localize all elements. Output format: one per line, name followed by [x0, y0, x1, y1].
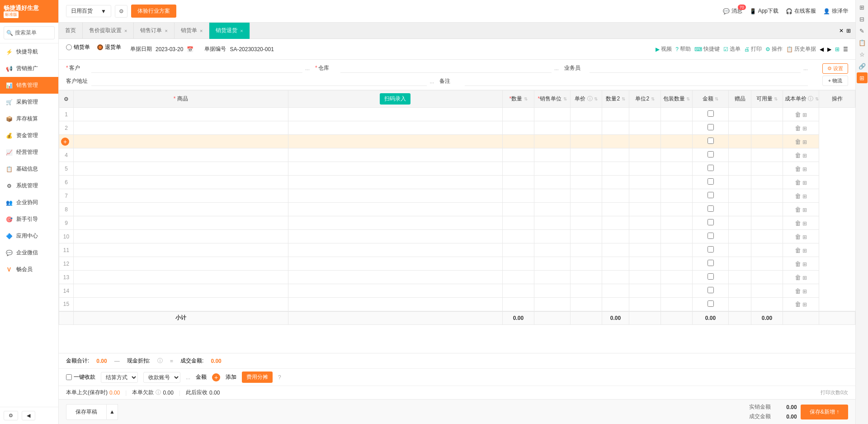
available-cell[interactable]	[729, 162, 751, 176]
gift-checkbox-cell[interactable]	[693, 203, 729, 216]
pack-cell[interactable]	[629, 162, 661, 176]
online-service-button[interactable]: 🎧 在线客服	[786, 7, 816, 15]
unit2-cell[interactable]	[602, 121, 629, 135]
qty2-cell[interactable]	[571, 284, 602, 298]
return-type-radio[interactable]: 退货单	[97, 43, 121, 51]
delete-row-button[interactable]: 🗑	[795, 165, 801, 172]
price-cell[interactable]	[534, 216, 571, 230]
copy-row-button[interactable]: ⊞	[802, 207, 807, 213]
copy-row-button[interactable]: ⊞	[802, 112, 807, 118]
gift-checkbox[interactable]	[708, 260, 714, 266]
unit2-cell[interactable]	[602, 257, 629, 271]
qty2-cell[interactable]	[571, 162, 602, 176]
tab-home[interactable]: 首页	[59, 23, 83, 39]
copy-row-button[interactable]: ⊞	[802, 139, 807, 145]
qty2-cell[interactable]	[571, 216, 602, 230]
available-cell[interactable]	[729, 298, 751, 311]
amount-cell[interactable]	[661, 284, 693, 298]
pack-cell[interactable]	[629, 108, 661, 121]
available-cell[interactable]	[729, 257, 751, 271]
topbar-gear-button[interactable]: ⚙	[115, 5, 127, 18]
cost-cell[interactable]	[751, 216, 783, 230]
qty-cell[interactable]	[288, 257, 503, 271]
cost-cell[interactable]	[751, 243, 783, 257]
unit2-cell[interactable]	[602, 108, 629, 121]
gift-checkbox[interactable]	[708, 233, 714, 239]
product-cell[interactable]	[74, 203, 288, 216]
unit2-cell[interactable]	[602, 162, 629, 176]
logistics-button[interactable]: + 物流	[822, 76, 848, 86]
grid-view-button[interactable]: ⊞	[835, 46, 840, 52]
unit-cell[interactable]	[503, 135, 534, 148]
price-cell[interactable]	[534, 162, 571, 176]
message-button[interactable]: 💬 消息 70	[723, 7, 742, 15]
gift-checkbox-cell[interactable]	[693, 148, 729, 162]
amount-cell[interactable]	[661, 121, 693, 135]
app-download-button[interactable]: 📱 App下载	[750, 7, 778, 15]
gift-checkbox-cell[interactable]	[693, 176, 729, 189]
gift-checkbox-cell[interactable]	[693, 135, 729, 148]
price-cell[interactable]	[534, 298, 571, 311]
fee-help-icon[interactable]: ?	[278, 374, 281, 381]
available-cell[interactable]	[729, 189, 751, 203]
product-cell[interactable]	[74, 162, 288, 176]
qty-cell[interactable]	[288, 230, 503, 243]
gift-checkbox-cell[interactable]	[693, 284, 729, 298]
right-panel-icon-3[interactable]: ✎	[857, 25, 868, 36]
cost-cell[interactable]	[751, 271, 783, 284]
tab-sales-order[interactable]: 销售订单 ×	[134, 23, 174, 39]
delete-row-button[interactable]: 🗑	[795, 300, 801, 308]
copy-row-button[interactable]: ⊞	[802, 275, 807, 281]
delete-row-button[interactable]: 🗑	[795, 192, 801, 200]
product-input[interactable]	[74, 137, 288, 147]
amount-sort-icon[interactable]: ⇅	[715, 96, 718, 101]
add-payment-button[interactable]: +	[212, 373, 220, 381]
gift-checkbox[interactable]	[708, 178, 714, 185]
price-cell[interactable]	[534, 121, 571, 135]
salesperson-select-button[interactable]: ...	[803, 65, 808, 71]
search-menu-button[interactable]: 🔍 搜索菜单	[4, 26, 55, 39]
available-cell[interactable]	[729, 243, 751, 257]
copy-row-button[interactable]: ⊞	[802, 248, 807, 254]
daily-category-select[interactable]: 日用百货 ▼	[66, 5, 111, 17]
qty2-cell[interactable]	[571, 189, 602, 203]
video-button[interactable]: ▶ 视频	[656, 45, 672, 53]
gift-checkbox[interactable]	[708, 300, 714, 307]
tab-close-icon[interactable]: ×	[165, 28, 167, 33]
pack-cell[interactable]	[629, 148, 661, 162]
copy-row-button[interactable]: ⊞	[802, 152, 807, 159]
gift-checkbox-cell[interactable]	[693, 162, 729, 176]
amount-cell[interactable]	[661, 189, 693, 203]
amount-cell[interactable]	[661, 176, 693, 189]
unit2-cell[interactable]	[602, 189, 629, 203]
amount-cell[interactable]	[661, 108, 693, 121]
unit2-cell[interactable]	[602, 148, 629, 162]
qty2-cell[interactable]	[571, 108, 602, 121]
gift-checkbox-cell[interactable]	[693, 243, 729, 257]
sidebar-item-collaboration[interactable]: 👥 企业协同	[0, 194, 58, 211]
cost-info-icon[interactable]: ⓘ	[808, 95, 813, 102]
right-panel-icon-5[interactable]: ☆	[857, 49, 868, 60]
amount-cell[interactable]	[661, 148, 693, 162]
gift-checkbox-cell[interactable]	[693, 189, 729, 203]
gift-checkbox[interactable]	[708, 246, 714, 252]
add-row-button[interactable]: +	[61, 138, 69, 146]
gift-checkbox-cell[interactable]	[693, 230, 729, 243]
amount-cell[interactable]	[661, 243, 693, 257]
product-cell[interactable]	[74, 257, 288, 271]
gift-checkbox[interactable]	[708, 124, 714, 130]
gift-checkbox[interactable]	[708, 138, 714, 144]
gift-checkbox[interactable]	[708, 192, 714, 198]
qty2-cell[interactable]	[571, 271, 602, 284]
unit-cell[interactable]	[503, 189, 534, 203]
delete-row-button[interactable]: 🗑	[795, 138, 801, 145]
list-view-button[interactable]: ☰	[843, 46, 848, 52]
available-cell[interactable]	[729, 121, 751, 135]
pack-cell[interactable]	[629, 298, 661, 311]
qty-cell[interactable]	[288, 298, 503, 311]
qty2-cell[interactable]	[571, 135, 602, 148]
qty-cell[interactable]	[288, 203, 503, 216]
product-cell[interactable]	[74, 121, 288, 135]
price-cell[interactable]	[534, 203, 571, 216]
unit2-cell[interactable]	[602, 298, 629, 311]
